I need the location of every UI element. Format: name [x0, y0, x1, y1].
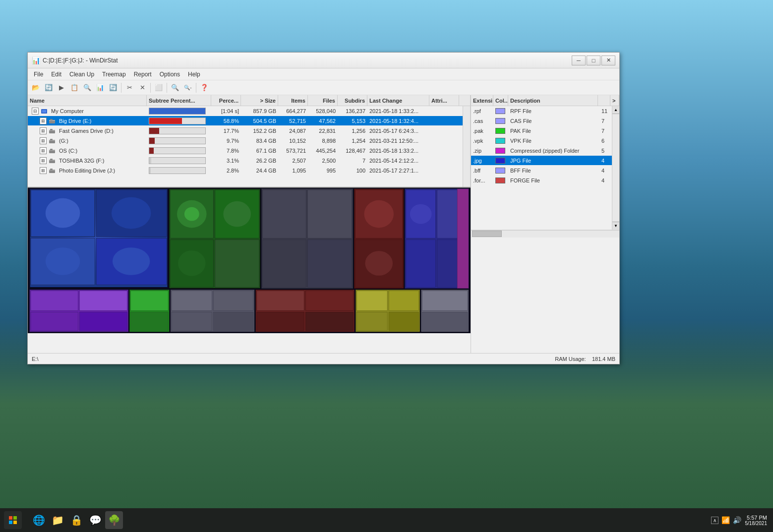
th-name[interactable]: Name [28, 95, 147, 106]
toolbar-window[interactable]: ⬜ [153, 82, 165, 94]
table-row[interactable]: ⊟My Computer[1:04 s]857.9 GB664,277528,0… [28, 106, 463, 116]
ext-row[interactable]: .jpgJPG File4 [471, 156, 612, 166]
menu-report[interactable]: Report [130, 68, 156, 80]
toolbar-find[interactable]: 🔍 [81, 82, 93, 94]
treemap-area [28, 187, 471, 333]
right-bottom-area [471, 230, 619, 354]
table-row[interactable]: ⊞TOSHIBA 32G (F:)3.1%26.2 GB2,5072,50072… [28, 156, 463, 166]
taskbar-security[interactable]: 🔒 [67, 511, 85, 529]
toolbar-zoom-in[interactable]: 🔍 [169, 82, 181, 94]
svg-rect-84 [9, 516, 12, 520]
ext-row[interactable]: .casCAS File7 [471, 116, 612, 126]
ext-row[interactable]: .zipCompressed (zipped) Folder5 [471, 146, 612, 156]
menu-cleanup[interactable]: Clean Up [65, 68, 98, 80]
table-row[interactable]: ⊞(G:)9.7%83.4 GB10,1528,8981,2542021-03-… [28, 136, 463, 146]
expand-icon[interactable]: ⊞ [40, 127, 47, 134]
right-section: Extensi... Col... Description > .rpfRPF … [471, 95, 619, 353]
expand-icon[interactable]: ⊞ [40, 167, 47, 174]
taskbar-start-area [0, 511, 26, 529]
svg-rect-10 [50, 139, 53, 140]
menu-edit[interactable]: Edit [47, 68, 65, 80]
toolbar-help[interactable]: ❓ [198, 82, 210, 94]
windirstat-window: 📊 C:|D:|E:|F:|G:|J: - WinDirStat ─ □ ✕ F… [27, 52, 620, 364]
close-button[interactable]: ✕ [601, 56, 615, 65]
toolbar-pause[interactable]: ▶ [56, 82, 67, 94]
expand-icon[interactable]: ⊟ [32, 108, 39, 115]
ext-panel-inner: .rpfRPF File11.casCAS File7.pakPAK File7… [471, 106, 619, 230]
titlebar: 📊 C:|D:|E:|F:|G:|J: - WinDirStat ─ □ ✕ [28, 53, 619, 68]
toolbar-cut[interactable]: ✂ [123, 82, 135, 94]
ext-th-desc[interactable]: Description [508, 95, 598, 106]
th-items[interactable]: Items [278, 95, 308, 106]
drive-icon [49, 138, 56, 144]
ext-row[interactable]: .pakPAK File7 [471, 126, 612, 136]
taskbar-discord[interactable]: 💬 [86, 511, 104, 529]
table-row[interactable]: ⊞Big Drive (E:)58.8%504.5 GB52,71547,562… [28, 116, 463, 126]
toolbar-open[interactable]: 📂 [30, 82, 42, 94]
th-perce[interactable]: Perce... [211, 95, 241, 106]
table-row[interactable]: ⊞Photo Editing Drive (J:)2.8%24.4 GB1,09… [28, 166, 463, 176]
ext-row[interactable]: .rpfRPF File11 [471, 106, 612, 116]
th-files[interactable]: Files [308, 95, 338, 106]
drive-icon [49, 148, 56, 154]
table-row[interactable]: ⊞OS (C:)7.8%67.1 GB573,721445,254128,467… [28, 146, 463, 156]
expand-icon[interactable]: ⊞ [40, 118, 47, 124]
start-button[interactable] [4, 511, 22, 529]
svg-rect-69 [213, 291, 253, 311]
menu-file[interactable]: File [30, 68, 47, 80]
row-name: My Computer [51, 108, 84, 114]
toolbar-treemap-view[interactable]: 📊 [94, 82, 106, 94]
ext-row[interactable]: .vpkVPK File6 [471, 136, 612, 146]
ext-th-expand[interactable]: > [610, 95, 619, 106]
ext-hscrollbar[interactable] [471, 230, 619, 237]
ext-row[interactable]: .for...FORGE File4 [471, 176, 612, 185]
ext-th-ext[interactable]: Extensi... [471, 95, 493, 106]
ext-scrollbar[interactable] [612, 106, 619, 230]
svg-rect-86 [9, 521, 12, 524]
left-scrollbar[interactable] [463, 106, 470, 187]
th-size[interactable]: > Size [241, 95, 278, 106]
menu-treemap[interactable]: Treemap [98, 68, 130, 80]
maximize-button[interactable]: □ [587, 56, 600, 65]
expand-icon[interactable]: ⊞ [40, 137, 47, 144]
table-content: ⊟My Computer[1:04 s]857.9 GB664,277528,0… [28, 106, 470, 187]
ext-th-col[interactable]: Col... [493, 95, 508, 106]
menu-help[interactable]: Help [184, 68, 204, 80]
svg-rect-77 [357, 291, 388, 311]
svg-point-31 [113, 247, 150, 275]
svg-rect-42 [263, 190, 306, 238]
svg-rect-19 [50, 169, 53, 170]
ext-th-num[interactable] [598, 95, 610, 106]
statusbar: E:\ RAM Usage: 181.4 MB [28, 353, 619, 364]
tray-expand[interactable]: ∧ [711, 517, 718, 524]
toolbar-refresh[interactable]: 🔄 [107, 82, 119, 94]
drive-icon [41, 108, 48, 114]
toolbar-copy[interactable]: 📋 [68, 82, 80, 94]
toolbar-delete[interactable]: ✕ [136, 82, 148, 94]
taskbar-chrome[interactable]: 🌐 [30, 511, 48, 529]
toolbar-rescan[interactable]: 🔄 [43, 82, 55, 94]
menu-options[interactable]: Options [156, 68, 184, 80]
taskbar-icons-area: 🌐 📁 🔒 💬 🌳 [26, 511, 705, 529]
svg-rect-7 [50, 129, 53, 130]
svg-rect-70 [213, 312, 253, 331]
tray-icons: ∧ 📶 🔊 [711, 516, 741, 524]
svg-point-24 [46, 198, 80, 228]
panels-row: Name Subtree Percent... Perce... > Size … [28, 95, 619, 353]
drive-icon [49, 118, 56, 124]
th-subdirs[interactable]: Subdirs [338, 95, 367, 106]
minimize-button[interactable]: ─ [572, 56, 586, 65]
table-row[interactable]: ⊞Fast Games Drive (D:)17.7%152.2 GB24,08… [28, 126, 463, 136]
expand-icon[interactable]: ⊞ [40, 157, 47, 164]
svg-rect-45 [307, 239, 352, 287]
th-subtree[interactable]: Subtree Percent... [147, 95, 211, 106]
ext-row[interactable]: .bffBFF File4 [471, 166, 612, 176]
ext-hscroll-thumb[interactable] [472, 231, 502, 237]
th-lastchange[interactable]: Last Change [367, 95, 429, 106]
taskbar-windirstat[interactable]: 🌳 [105, 511, 123, 529]
taskbar-explorer[interactable]: 📁 [49, 511, 66, 529]
th-attri[interactable]: Attri... [429, 95, 459, 106]
toolbar-zoom-out[interactable]: 🔍- [182, 82, 194, 94]
expand-icon[interactable]: ⊞ [40, 147, 47, 154]
svg-point-39 [223, 201, 251, 227]
